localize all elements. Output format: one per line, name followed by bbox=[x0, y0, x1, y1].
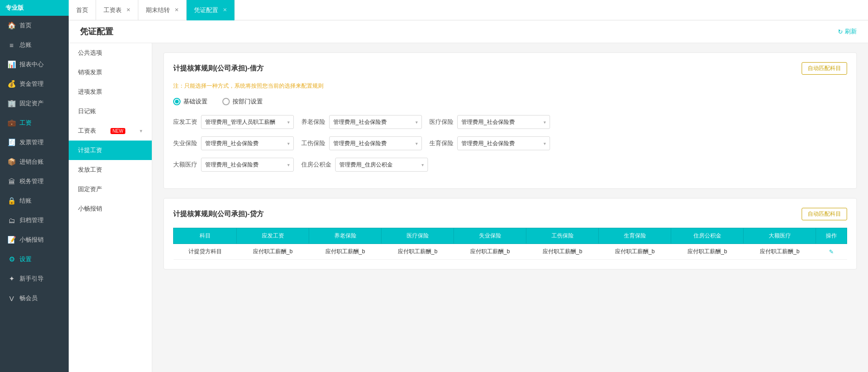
sidebar-item-home[interactable]: 🏠 首页 bbox=[0, 16, 69, 35]
debit-injury-label: 工伤保险 bbox=[301, 139, 325, 148]
app-edition: 专业版 bbox=[0, 0, 69, 16]
debit-auto-match-button[interactable]: 自动匹配科目 bbox=[802, 62, 847, 75]
chevron-down-icon: ▾ bbox=[415, 120, 418, 125]
credit-section-header: 计提核算规则(公司承担)-贷方 自动匹配科目 bbox=[173, 208, 847, 220]
table-row: 计提贷方科目 应付职工薪酬_b 应付职工薪酬_b 应付职工薪酬_b 应付职工薪酬… bbox=[174, 244, 847, 260]
cell-unemployment: 应付职工薪酬_b bbox=[454, 244, 526, 260]
cell-salary: 应付职工薪酬_b bbox=[237, 244, 309, 260]
sidebar-item-label: 进销台账 bbox=[19, 158, 44, 166]
chevron-down-icon: ▾ bbox=[415, 141, 418, 146]
credit-section: 计提核算规则(公司承担)-贷方 自动匹配科目 科目 应发工资 养老保险 医疗保险… bbox=[163, 198, 857, 269]
sidebar-item-label: 新手引导 bbox=[19, 275, 44, 283]
cell-injury: 应付职工薪酬_b bbox=[526, 244, 599, 260]
archive-icon: 🗂 bbox=[7, 217, 16, 224]
debit-section-header: 计提核算规则(公司承担)-借方 自动匹配科目 bbox=[173, 62, 847, 75]
debit-pension-select[interactable]: 管理费用_社会保险费 ▾ bbox=[329, 115, 422, 129]
chevron-down-icon: ▾ bbox=[544, 120, 546, 125]
debit-medical-value: 管理费用_社会保险费 bbox=[461, 118, 544, 126]
member-icon: V bbox=[7, 295, 16, 302]
subnav-salary-table[interactable]: 工资表 NEW ▾ bbox=[69, 121, 152, 141]
debit-pension-label: 养老保险 bbox=[301, 118, 325, 126]
refresh-button[interactable]: ↻ 刷新 bbox=[838, 27, 857, 36]
purchase-icon: 📦 bbox=[7, 158, 16, 166]
debit-housing-value: 管理费用_住房公积金 bbox=[339, 161, 421, 169]
sidebar-item-new-guide[interactable]: ✦ 新手引导 bbox=[0, 269, 69, 289]
debit-maternity-select[interactable]: 管理费用_社会保险费 ▾ bbox=[457, 136, 550, 150]
sidebar-item-general-ledger[interactable]: ≡ 总账 bbox=[0, 35, 69, 55]
subnav-label: 销项发票 bbox=[78, 68, 102, 77]
sidebar-item-invoice-mgmt[interactable]: 🧾 发票管理 bbox=[0, 133, 69, 152]
sub-navigation: 公共选项 销项发票 进项发票 日记账 工资表 NEW ▾ 计提工资 发放工资 bbox=[69, 43, 152, 372]
tab-voucher-label: 凭证配置 bbox=[194, 6, 218, 14]
sidebar-item-fixed-assets[interactable]: 🏢 固定资产 bbox=[0, 94, 69, 113]
sidebar-item-funds[interactable]: 💰 资金管理 bbox=[0, 74, 69, 94]
tab-salary-close[interactable]: ✕ bbox=[126, 7, 130, 13]
radio-basic-label: 基础设置 bbox=[183, 97, 207, 106]
sidebar-item-salary[interactable]: 💼 工资 bbox=[0, 113, 69, 133]
subnav-accrual-salary[interactable]: 计提工资 bbox=[69, 141, 152, 160]
chevron-down-icon: ▾ bbox=[544, 141, 546, 146]
sidebar-item-xiaochang[interactable]: 📝 小畅报销 bbox=[0, 230, 69, 250]
sidebar-item-label: 税务管理 bbox=[19, 177, 44, 186]
col-salary: 应发工资 bbox=[237, 228, 309, 244]
sidebar-item-member[interactable]: V 畅会员 bbox=[0, 289, 69, 308]
subnav-xiaochang-expense[interactable]: 小畅报销 bbox=[69, 199, 152, 218]
subnav-label: 公共选项 bbox=[78, 49, 102, 57]
tab-salary-table[interactable]: 工资表 ✕ bbox=[96, 0, 138, 20]
sidebar-item-label: 发票管理 bbox=[19, 138, 44, 147]
subnav-advance-invoice[interactable]: 进项发票 bbox=[69, 82, 152, 102]
col-medical: 医疗保险 bbox=[382, 228, 454, 244]
new-badge: NEW bbox=[110, 128, 125, 134]
debit-housing-select[interactable]: 管理费用_住房公积金 ▾ bbox=[335, 158, 428, 172]
subnav-fixed-assets[interactable]: 固定资产 bbox=[69, 180, 152, 199]
settings-icon: ⚙ bbox=[7, 255, 16, 263]
credit-auto-match-button[interactable]: 自动匹配科目 bbox=[802, 208, 847, 220]
edit-icon[interactable]: ✎ bbox=[829, 249, 834, 255]
debit-form-row-1: 应发工资 管理费用_管理人员职工薪酬 ▾ 养老保险 管理费用_社会保险费 ▾ bbox=[173, 115, 847, 129]
debit-unemployment-select[interactable]: 管理费用_社会保险费 ▾ bbox=[201, 136, 294, 150]
debit-section-title: 计提核算规则(公司承担)-借方 bbox=[173, 64, 264, 73]
debit-salary-select[interactable]: 管理费用_管理人员职工薪酬 ▾ bbox=[201, 115, 294, 129]
sidebar-item-label: 总账 bbox=[19, 41, 32, 49]
debit-maternity-item: 生育保险 管理费用_社会保险费 ▾ bbox=[429, 136, 550, 150]
sidebar-item-settings[interactable]: ⚙ 设置 bbox=[0, 250, 69, 269]
cell-subject: 计提贷方科目 bbox=[174, 244, 237, 260]
tab-home[interactable]: 首页 bbox=[69, 0, 96, 20]
subnav-label: 工资表 bbox=[78, 127, 96, 135]
tab-period-close[interactable]: 期末结转 ✕ bbox=[138, 0, 187, 20]
col-pension: 养老保险 bbox=[309, 228, 382, 244]
subnav-cancel-invoice[interactable]: 销项发票 bbox=[69, 63, 152, 82]
debit-housing-label: 住房公积金 bbox=[301, 160, 331, 169]
sidebar-item-label: 资金管理 bbox=[19, 80, 44, 88]
tab-voucher-config[interactable]: 凭证配置 ✕ bbox=[187, 0, 235, 20]
debit-medical-select[interactable]: 管理费用_社会保险费 ▾ bbox=[457, 115, 550, 129]
debit-maternity-value: 管理费用_社会保险费 bbox=[461, 140, 544, 148]
reports-icon: 📊 bbox=[7, 60, 16, 69]
sidebar-item-archive[interactable]: 🗂 归档管理 bbox=[0, 211, 69, 230]
radio-basic[interactable]: 基础设置 bbox=[173, 97, 207, 106]
credit-table-header: 科目 应发工资 养老保险 医疗保险 失业保险 工伤保险 生育保险 住房公积金 大… bbox=[174, 228, 847, 244]
subnav-public-options[interactable]: 公共选项 bbox=[69, 43, 152, 63]
radio-dept[interactable]: 按部门设置 bbox=[222, 97, 263, 106]
sidebar-item-purchase-sales[interactable]: 📦 进销台账 bbox=[0, 152, 69, 172]
sidebar-item-tax-mgmt[interactable]: 🏛 税务管理 bbox=[0, 172, 69, 191]
credit-section-title: 计提核算规则(公司承担)-贷方 bbox=[173, 210, 264, 218]
debit-major-medical-select[interactable]: 管理费用_社会保险费 ▾ bbox=[201, 158, 294, 172]
subnav-distribute-salary[interactable]: 发放工资 bbox=[69, 160, 152, 180]
tab-period-close-btn[interactable]: ✕ bbox=[175, 7, 179, 13]
cell-action[interactable]: ✎ bbox=[816, 244, 847, 260]
debit-housing-item: 住房公积金 管理费用_住房公积金 ▾ bbox=[301, 158, 428, 172]
debit-salary-value: 管理费用_管理人员职工薪酬 bbox=[205, 118, 287, 126]
debit-maternity-label: 生育保险 bbox=[429, 139, 453, 148]
subnav-label: 进项发票 bbox=[78, 88, 102, 96]
sidebar-item-label: 畅会员 bbox=[19, 294, 38, 302]
debit-medical-label: 医疗保险 bbox=[429, 118, 453, 126]
subnav-journal[interactable]: 日记账 bbox=[69, 102, 152, 121]
sidebar-item-reports[interactable]: 📊 报表中心 bbox=[0, 55, 69, 74]
debit-injury-select[interactable]: 管理费用_社会保险费 ▾ bbox=[329, 136, 422, 150]
tab-voucher-close[interactable]: ✕ bbox=[223, 7, 227, 13]
debit-section: 计提核算规则(公司承担)-借方 自动匹配科目 注：只能选择一种方式，系统将按照您… bbox=[163, 52, 857, 189]
radio-dept-label: 按部门设置 bbox=[233, 97, 263, 106]
col-injury: 工伤保险 bbox=[526, 228, 599, 244]
sidebar-item-closing[interactable]: 🔒 结账 bbox=[0, 191, 69, 211]
